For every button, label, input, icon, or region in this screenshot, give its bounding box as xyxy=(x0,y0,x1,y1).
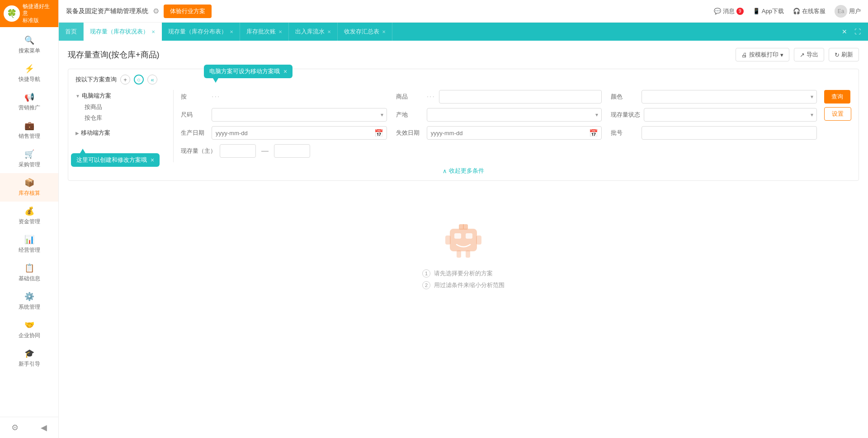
settings-icon[interactable]: ⚙ xyxy=(11,423,19,433)
tab-close-inout-flow[interactable]: ✕ xyxy=(327,29,331,34)
svg-rect-6 xyxy=(476,235,481,245)
expire-date-from[interactable] xyxy=(427,126,602,140)
page-header: 现存量查询(按仓库+商品) 🖨 按模板打印 ▾ ↗ 导出 ↻ 刷新 xyxy=(68,48,859,61)
tab-batch-ledger[interactable]: 库存批次账 ✕ xyxy=(240,23,289,41)
origin-label: 产地 xyxy=(396,111,423,119)
basic-icon: 📋 xyxy=(24,263,34,273)
filter-row-color: 颜色 xyxy=(611,90,817,104)
user-action[interactable]: Ea 用户 xyxy=(835,5,861,18)
app-icon: 📱 xyxy=(753,8,760,14)
origin-select[interactable] xyxy=(427,108,602,122)
empty-hints: 1 请先选择要分析的方案 2 用过滤条件来缩小分析范围 xyxy=(422,269,505,289)
edit-scheme-btn[interactable]: ○ xyxy=(134,75,144,85)
message-action[interactable]: 💬 消息 9 xyxy=(714,7,744,15)
filter-label: 按以下方案查询 xyxy=(75,75,117,84)
stock-qty-from[interactable] xyxy=(220,144,256,158)
system-title: 装备及固定资产辅助管理系统 xyxy=(66,7,148,15)
app-download-action[interactable]: 📱 App下载 xyxy=(753,7,784,15)
scheme-mobile[interactable]: ▶ 移动端方案 xyxy=(75,127,166,139)
online-service-action[interactable]: 🎧 在线客服 xyxy=(793,7,826,15)
industry-btn[interactable]: 体验行业方案 xyxy=(164,5,212,18)
export-btn[interactable]: ↗ 导出 xyxy=(794,48,824,61)
purchase-icon: 🛒 xyxy=(24,149,34,159)
color-select[interactable] xyxy=(642,90,817,104)
search-btn[interactable]: 查询 xyxy=(824,90,850,104)
svg-rect-0 xyxy=(450,229,477,251)
tab-receive-summary[interactable]: 收发存汇总表 ✕ xyxy=(338,23,392,41)
collapse-btn[interactable]: ∧ 收起更多条件 xyxy=(443,167,484,175)
logo-icon: 🍀 xyxy=(4,5,20,22)
empty-icon xyxy=(441,215,486,260)
scheme-by-product[interactable]: 按商品 xyxy=(85,102,166,113)
page-actions: 🖨 按模板打印 ▾ ↗ 导出 ↻ 刷新 xyxy=(736,48,859,61)
tab-home[interactable]: 首页 xyxy=(59,23,84,41)
system-icon: ⚙️ xyxy=(24,292,34,301)
finance-icon: 💰 xyxy=(24,206,34,216)
back-scheme-btn[interactable]: « xyxy=(147,75,157,85)
sidebar-item-operation[interactable]: 📊 经营管理 xyxy=(0,230,58,259)
stock-qty-label: 现存量（主） xyxy=(181,147,216,155)
refresh-icon: ↻ xyxy=(835,52,840,58)
tab-close-all-icon[interactable]: ✕ xyxy=(839,27,850,36)
sidebar-item-basic[interactable]: 📋 基础信息 xyxy=(0,259,58,287)
svg-rect-5 xyxy=(445,235,451,245)
template-print-btn[interactable]: 🖨 按模板打印 ▾ xyxy=(736,48,789,61)
sidebar-item-quick-nav[interactable]: ⚡ 快捷导航 xyxy=(0,59,58,88)
tab-inventory-dist[interactable]: 现存量（库存分布表） ✕ xyxy=(162,23,240,41)
filter-body: ▼ 电脑端方案 按商品 按仓库 ▶ xyxy=(75,90,851,162)
tabs-bar: 首页 现存量（库存状况表） ✕ 现存量（库存分布表） ✕ 库存批次账 ✕ 出入库… xyxy=(59,23,868,41)
add-scheme-btn[interactable]: + xyxy=(120,75,130,85)
produce-date-label: 生产日期 xyxy=(181,129,208,137)
sidebar-item-marketing[interactable]: 📢 营销推广 xyxy=(0,88,58,116)
filter-row-stock-qty: 现存量（主） — xyxy=(181,144,387,158)
mobile-arrow: ▶ xyxy=(75,131,79,136)
refresh-btn[interactable]: ↻ 刷新 xyxy=(829,48,859,61)
tab-close-inventory-status[interactable]: ✕ xyxy=(151,29,155,34)
message-icon: 💬 xyxy=(714,8,721,14)
service-icon: 🎧 xyxy=(793,8,800,14)
filter-fields: 按 ··· 商品 ··· 颜色 xyxy=(181,90,817,162)
quick-nav-icon: ⚡ xyxy=(24,64,34,74)
produce-date-from[interactable] xyxy=(212,126,387,140)
svg-rect-1 xyxy=(454,233,461,239)
tooltip1-close[interactable]: × xyxy=(283,68,287,75)
filter-section: 按以下方案查询 + ○ « 电脑方案可设为移动方案哦 × xyxy=(68,69,859,181)
print-icon: 🖨 xyxy=(741,52,747,58)
stock-qty-to[interactable] xyxy=(274,144,310,158)
reset-btn[interactable]: 设置 xyxy=(824,107,851,121)
product-input[interactable] xyxy=(439,90,602,104)
sidebar-item-newbie[interactable]: 🎓 新手引导 xyxy=(0,344,58,372)
size-select[interactable] xyxy=(212,108,387,122)
empty-state: 1 请先选择要分析的方案 2 用过滤条件来缩小分析范围 xyxy=(68,188,859,316)
tooltip2-close[interactable]: × xyxy=(151,156,154,164)
sidebar-item-system[interactable]: ⚙️ 系统管理 xyxy=(0,287,58,316)
tab-close-batch-ledger[interactable]: ✕ xyxy=(278,29,282,34)
scheme-by-warehouse[interactable]: 按仓库 xyxy=(85,113,166,123)
batch-input[interactable] xyxy=(642,126,817,140)
tab-close-receive-summary[interactable]: ✕ xyxy=(382,29,386,34)
tab-close-inventory-dist[interactable]: ✕ xyxy=(230,29,233,34)
settings-gear-icon[interactable]: ⚙ xyxy=(153,7,159,15)
product-dots[interactable]: ··· xyxy=(427,93,435,101)
hint-num-2: 2 xyxy=(422,281,430,289)
filter-row-origin: 产地 xyxy=(396,108,602,122)
sidebar-item-sales[interactable]: 💼 销售管理 xyxy=(0,116,58,145)
avatar: Ea xyxy=(835,5,847,18)
desktop-arrow: ▼ xyxy=(75,94,80,99)
header-right: 💬 消息 9 📱 App下载 🎧 在线客服 Ea 用户 xyxy=(714,5,861,18)
collapse-sidebar-icon[interactable]: ◀ xyxy=(41,423,47,433)
tab-inventory-status[interactable]: 现存量（库存状况表） ✕ xyxy=(84,23,162,41)
header-left: 装备及固定资产辅助管理系统 ⚙ 体验行业方案 xyxy=(66,5,212,18)
filter-header: 按以下方案查询 + ○ « 电脑方案可设为移动方案哦 × xyxy=(75,75,851,85)
sidebar-item-enterprise[interactable]: 🤝 企业协同 xyxy=(0,316,58,344)
svg-rect-7 xyxy=(457,250,461,258)
stock-status-select[interactable] xyxy=(644,108,817,122)
sidebar-item-finance[interactable]: 💰 资金管理 xyxy=(0,202,58,230)
sidebar-item-inventory[interactable]: 📦 库存核算 xyxy=(0,173,58,202)
sidebar-item-purchase[interactable]: 🛒 采购管理 xyxy=(0,145,58,173)
sidebar-item-search-menu[interactable]: 🔍 搜索菜单 xyxy=(0,31,58,59)
scheme-desktop[interactable]: ▼ 电脑端方案 xyxy=(75,90,166,102)
tab-inout-flow[interactable]: 出入库流水 ✕ xyxy=(289,23,338,41)
tab-fullscreen-icon[interactable]: ⛶ xyxy=(852,27,863,36)
warehouse-dots[interactable]: ··· xyxy=(212,93,220,101)
